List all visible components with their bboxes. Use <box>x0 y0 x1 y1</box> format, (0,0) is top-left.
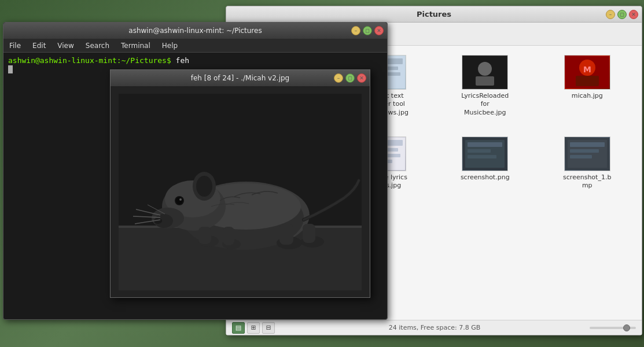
svg-rect-58 <box>198 227 211 244</box>
fm-titlebar: Pictures – ◻ ✕ <box>226 6 642 23</box>
fm-statusbar-icons: ▤ ⊞ ⊟ <box>232 322 275 334</box>
list-item[interactable]: M micah.jpg <box>539 51 636 128</box>
thumb-svg <box>463 56 507 88</box>
list-item[interactable]: LyricsReloaded for Musicbee.jpg <box>436 51 534 128</box>
fm-minimize-button[interactable]: – <box>606 10 615 19</box>
feh-titlebar-buttons: – ◻ ✕ <box>334 73 366 83</box>
svg-rect-62 <box>279 224 293 245</box>
list-item[interactable]: screenshot.png <box>436 133 534 194</box>
fm-status-icon-1[interactable]: ▤ <box>232 322 245 334</box>
fm-item-label: micah.jpg <box>572 92 603 100</box>
fm-thumbnail: M <box>564 55 610 90</box>
feh-titlebar: feh [8 of 24] - ./Micah v2.jpg – ◻ ✕ <box>111 70 370 86</box>
fm-status-icon-3[interactable]: ⊟ <box>262 322 275 334</box>
feh-close-button[interactable]: ✕ <box>357 73 366 83</box>
svg-rect-33 <box>570 149 599 153</box>
fm-zoom-thumb[interactable] <box>623 324 630 331</box>
svg-rect-27 <box>468 142 502 147</box>
fm-item-label: LyricsReloaded for Musicbee.jpg <box>459 92 511 117</box>
svg-rect-28 <box>468 149 491 153</box>
terminal-minimize-button[interactable]: – <box>351 26 360 35</box>
svg-rect-60 <box>223 227 234 245</box>
svg-rect-64 <box>303 224 315 243</box>
svg-point-54 <box>179 198 182 201</box>
fm-status-text: 24 items, Free space: 7.8 GB <box>283 324 586 331</box>
fm-item-label: screenshot.png <box>461 174 510 182</box>
feh-image <box>119 94 362 290</box>
svg-point-56 <box>196 176 212 197</box>
feh-viewer-window: feh [8 of 24] - ./Micah v2.jpg – ◻ ✕ <box>110 69 370 298</box>
thumb-svg <box>463 138 507 170</box>
svg-rect-32 <box>570 142 605 147</box>
fm-titlebar-buttons: – ◻ ✕ <box>606 10 638 19</box>
svg-rect-14 <box>576 76 599 86</box>
feh-window-title: feh [8 of 24] - ./Micah v2.jpg <box>115 74 365 82</box>
svg-point-53 <box>176 197 183 204</box>
fm-thumbnail <box>564 136 610 171</box>
terminal-close-button[interactable]: ✕ <box>374 26 384 35</box>
terminal-menu-help[interactable]: Help <box>160 40 180 51</box>
svg-rect-11 <box>476 76 494 86</box>
svg-text:M: M <box>583 65 591 74</box>
fm-maximize-button[interactable]: ◻ <box>617 10 627 19</box>
feh-minimize-button[interactable]: – <box>334 73 343 83</box>
terminal-titlebar: ashwin@ashwin-linux-mint: ~/Pictures – ◻… <box>3 23 387 39</box>
terminal-menu-terminal[interactable]: Terminal <box>119 40 153 51</box>
terminal-line-1: ashwin@ashwin-linux-mint:~/Pictures$ feh <box>8 56 382 65</box>
terminal-cursor <box>8 65 13 73</box>
svg-rect-34 <box>570 155 592 158</box>
fm-item-label: screenshot_1.bmp <box>561 174 613 190</box>
terminal-menu-edit[interactable]: Edit <box>30 40 48 51</box>
list-item[interactable]: screenshot_1.bmp <box>539 133 636 194</box>
terminal-prompt: ashwin@ashwin-linux-mint:~/Pictures$ <box>8 56 171 65</box>
terminal-menu-file[interactable]: File <box>7 40 23 51</box>
fm-status-icon-2[interactable]: ⊞ <box>247 322 260 334</box>
terminal-maximize-button[interactable]: ◻ <box>363 26 372 35</box>
svg-point-10 <box>478 62 492 76</box>
feh-image-area <box>111 86 370 297</box>
fm-statusbar: ▤ ⊞ ⊟ 24 items, Free space: 7.8 GB <box>226 320 642 335</box>
terminal-menu-search[interactable]: Search <box>83 40 112 51</box>
thumb-svg <box>565 138 609 170</box>
svg-rect-29 <box>468 155 496 158</box>
terminal-window-title: ashwin@ashwin-linux-mint: ~/Pictures <box>8 27 382 35</box>
fm-thumbnail <box>462 55 508 90</box>
terminal-menubar: File Edit View Search Terminal Help <box>3 39 387 53</box>
fm-close-button[interactable]: ✕ <box>629 10 638 19</box>
feh-maximize-button[interactable]: ◻ <box>345 73 355 83</box>
thumb-svg: M <box>565 56 609 88</box>
fm-window-title: Pictures <box>417 10 451 19</box>
fm-zoom-slider[interactable] <box>590 327 636 329</box>
terminal-menu-view[interactable]: View <box>55 40 76 51</box>
terminal-command: feh <box>171 56 189 65</box>
terminal-titlebar-buttons: – ◻ ✕ <box>351 26 384 35</box>
fm-thumbnail <box>462 136 508 171</box>
rat-image-svg <box>119 94 362 290</box>
